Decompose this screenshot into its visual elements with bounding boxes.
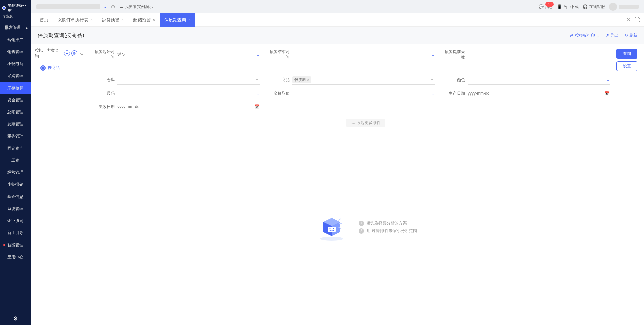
amount-type-select[interactable]: ⌄ (292, 89, 435, 98)
settings-button[interactable]: 设置 (616, 61, 637, 71)
size-select[interactable]: ⌄ (117, 89, 260, 98)
warn-days-input[interactable] (468, 50, 610, 59)
tab-label: 首页 (40, 17, 48, 23)
scheme-item-by-product[interactable]: 按商品 (35, 65, 84, 71)
warn-end-value[interactable] (292, 52, 431, 57)
close-all-icon[interactable]: ✕ (626, 17, 631, 23)
nav-item[interactable]: 税务管理 (0, 130, 31, 142)
nav-item-label: 采购管理 (7, 73, 23, 79)
color-value[interactable] (468, 77, 606, 82)
tab-close-icon[interactable]: × (121, 18, 124, 22)
nav-item[interactable]: 资金管理 (0, 94, 31, 106)
empty-steps: 1 请先选择要分析的方案 2 用[过滤]条件来缩小分析范围 (359, 218, 417, 236)
scheme-settings-button[interactable]: ⚙ (71, 50, 77, 56)
online-service-button[interactable]: 🎧 在线客服 (583, 4, 605, 10)
scheme-panel: 按以下方案查询 + ⚙ « 按商品 (31, 44, 88, 325)
filter-color: 颜色 ⌄ (441, 75, 610, 85)
sidebar-settings[interactable]: ⚙ (0, 312, 31, 325)
prod-date-input[interactable]: 📅 (468, 89, 610, 98)
nav-item[interactable]: 新手引导 (0, 227, 31, 239)
collapse-panel-icon[interactable]: « (79, 51, 84, 56)
svg-rect-2 (328, 227, 336, 232)
filter-label: 预警结束时间 (266, 49, 290, 60)
product-select[interactable]: 保质期 × ⋯ (292, 75, 435, 85)
warn-start-value[interactable] (117, 52, 256, 57)
filter-label: 生产日期 (441, 91, 465, 96)
chevron-down-icon: ⌄ (431, 52, 435, 57)
tab[interactable]: 首页 (35, 13, 53, 27)
company-selector[interactable]: ⌄ (36, 4, 107, 9)
filter-label: 预警提前天数 (441, 49, 465, 60)
more-icon: ⋯ (431, 77, 435, 82)
collapse-bar: ︽ 收起更多条件 (88, 117, 644, 129)
nav-item[interactable]: 小畅电商 (0, 58, 31, 70)
chevron-down-icon: ⌄ (431, 91, 435, 96)
user-menu[interactable] (609, 3, 639, 11)
tab[interactable]: 缺货预警× (97, 13, 128, 27)
product-value[interactable] (312, 77, 431, 82)
warehouse-select[interactable]: ⋯ (117, 75, 260, 85)
nav-item[interactable]: 系统管理 (0, 203, 31, 215)
nav-item-label: 系统管理 (7, 206, 23, 212)
gear-icon: ⚙ (13, 315, 18, 322)
warn-end-select[interactable]: ⌄ (292, 50, 435, 59)
nav-item[interactable]: 发票管理 (0, 118, 31, 130)
tag-remove-icon[interactable]: × (307, 78, 309, 82)
filter-label: 尺码 (91, 91, 115, 96)
nav-item[interactable]: 采购管理 (0, 70, 31, 82)
collapse-filters-button[interactable]: ︽ 收起更多条件 (346, 119, 385, 127)
refresh-button[interactable]: ↻ 刷新 (625, 33, 637, 38)
scheme-item-icon (40, 65, 46, 71)
nav-item[interactable]: 经营管理 (0, 166, 31, 178)
print-button[interactable]: 🖨 按模板打印 ⌄ (570, 33, 600, 38)
nav-item[interactable]: 企业协同 (0, 215, 31, 227)
nav-item[interactable]: 固定资产 (0, 142, 31, 154)
nav-item[interactable]: 营销推广 (0, 34, 31, 46)
print-label: 按模板打印 (575, 33, 595, 38)
nav-item[interactable]: 基础信息 (0, 191, 31, 203)
tab-label: 缺货预警 (102, 17, 119, 23)
nav-item-label: 基础信息 (7, 194, 23, 200)
double-chevron-up-icon: ︽ (351, 120, 355, 126)
tab-close-icon[interactable]: × (153, 18, 155, 22)
demo-link[interactable]: ☁ 我要看实例演示 (119, 4, 153, 10)
export-button[interactable]: ↗ 导出 (606, 33, 619, 38)
messages-button[interactable]: 💬 消息 99+ (539, 4, 553, 10)
chevron-up-icon: ▴ (26, 26, 28, 30)
expire-date-value[interactable] (117, 104, 255, 109)
nav-item[interactable]: 库存核算 (0, 82, 31, 94)
tab-label: 采购订单执行表 (58, 17, 88, 23)
tab-close-icon[interactable]: × (90, 18, 93, 22)
warn-start-select[interactable]: ⌄ (117, 50, 260, 59)
prod-date-value[interactable] (468, 91, 605, 96)
nav-item[interactable]: 智能管理 (0, 239, 31, 251)
settings-icon[interactable]: ⚙ (111, 4, 115, 10)
warehouse-value[interactable] (117, 77, 256, 82)
step-number-icon: 1 (359, 221, 364, 226)
tab-close-icon[interactable]: × (188, 18, 191, 22)
app-download-button[interactable]: 📱 App下载 (557, 4, 579, 10)
query-button[interactable]: 查询 (616, 49, 637, 59)
nav-item[interactable]: 应用中心 (0, 251, 31, 263)
phone-icon: 📱 (557, 4, 562, 9)
notification-dot-icon (3, 244, 5, 246)
tab[interactable]: 采购订单执行表× (53, 13, 97, 27)
nav-item[interactable]: 总账管理 (0, 106, 31, 118)
expire-date-input[interactable]: 📅 (117, 102, 260, 111)
nav-item[interactable]: 销售管理 (0, 46, 31, 58)
nav-item[interactable]: 小畅报销 (0, 178, 31, 191)
brand-logo: 畅捷通好业财 (0, 0, 31, 13)
nav-item[interactable]: 工资 (0, 154, 31, 166)
main-area: ⌄ ⚙ ☁ 我要看实例演示 💬 消息 99+ 📱 App下载 🎧 在线客服 首页… (31, 0, 644, 325)
print-icon: 🖨 (570, 33, 574, 38)
size-value[interactable] (117, 91, 256, 96)
color-select[interactable]: ⌄ (468, 75, 610, 85)
tab[interactable]: 保质期查询× (160, 13, 195, 27)
tab[interactable]: 超储预警× (128, 13, 160, 27)
nav-parent[interactable]: 批发管理 ▴ (0, 21, 31, 34)
amount-type-value[interactable] (292, 91, 431, 96)
headset-icon: 🎧 (583, 4, 588, 9)
fullscreen-icon[interactable]: ⛶ (635, 17, 640, 23)
warn-days-value[interactable] (468, 52, 610, 57)
add-scheme-button[interactable]: + (64, 50, 70, 56)
